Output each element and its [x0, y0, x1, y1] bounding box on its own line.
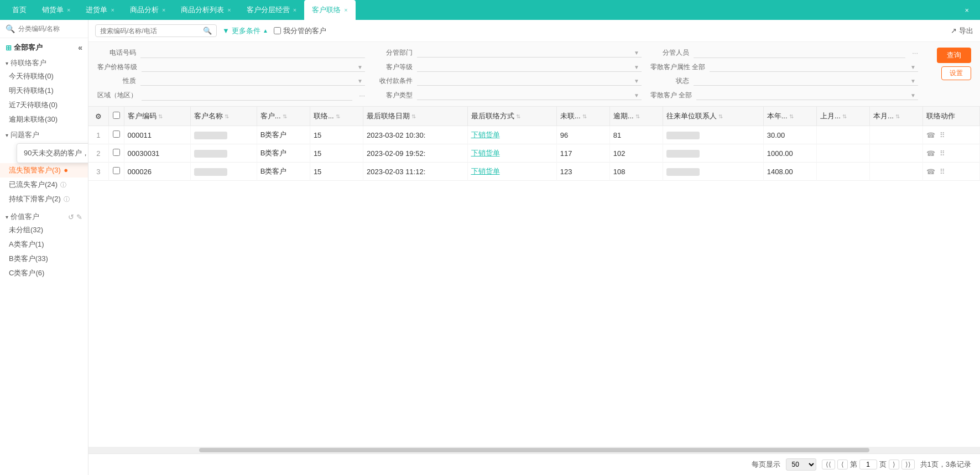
- row-checkbox-2[interactable]: [108, 144, 124, 163]
- group-problem-title[interactable]: ▾ 问题客户: [0, 127, 88, 141]
- tab-analysis-list[interactable]: 商品分析列表 ×: [173, 0, 238, 20]
- my-customers-label: 我分管的客户: [283, 26, 326, 36]
- more-conditions-button[interactable]: ▼ 更多条件 ▲: [222, 26, 268, 36]
- status-select[interactable]: ▼: [694, 77, 918, 86]
- next-page-button[interactable]: ⟩: [889, 460, 899, 469]
- sort-this-month-icon[interactable]: ⇅: [895, 113, 900, 119]
- select-all-checkbox[interactable]: [113, 112, 120, 119]
- my-customers-checkbox[interactable]: [274, 27, 281, 34]
- sidebar-item-today[interactable]: 今天待联络(0): [0, 69, 88, 83]
- a-class-label: A类客户(1): [9, 240, 44, 248]
- sort-contact-icon[interactable]: ⇅: [336, 113, 340, 119]
- phone-input[interactable]: [140, 48, 365, 58]
- sort-type-icon[interactable]: ⇅: [283, 113, 287, 119]
- query-button[interactable]: 查询: [937, 48, 971, 63]
- close-customer-segment-icon[interactable]: ×: [293, 7, 296, 13]
- customer-type-select[interactable]: ▼: [417, 91, 642, 100]
- sidebar-search-input[interactable]: [18, 25, 82, 33]
- group-problem-customers: ▾ 问题客户 90天未交易的客户，可能有流失风险。: [0, 127, 88, 141]
- page-label2: 页: [879, 460, 887, 469]
- tab-purchase[interactable]: 进货单 ×: [78, 0, 122, 20]
- sidebar-item-ungroup[interactable]: 未分组(32): [0, 223, 88, 237]
- horizontal-scrollbar[interactable]: [88, 447, 980, 453]
- sort-uncontacted-icon[interactable]: ⇅: [582, 113, 587, 119]
- tab-sales[interactable]: 销货单 ×: [34, 0, 78, 20]
- sidebar-item-declining[interactable]: 持续下滑客户(2) ⓘ: [0, 192, 88, 206]
- sort-overdue-icon[interactable]: ⇅: [635, 113, 640, 119]
- all-customers-header[interactable]: ⊞ 全部客户 «: [0, 38, 88, 55]
- scrollbar-thumb[interactable]: [199, 448, 869, 452]
- retail-customer-select[interactable]: ▼: [696, 91, 918, 100]
- first-page-button[interactable]: ⟨⟨: [822, 460, 835, 469]
- search-bar-icon[interactable]: 🔍: [203, 27, 212, 35]
- gear-column-header[interactable]: ⚙: [88, 107, 108, 126]
- last-page-button[interactable]: ⟩⟩: [901, 460, 915, 469]
- page-num-input[interactable]: [859, 460, 877, 469]
- sidebar-item-churned[interactable]: 已流失客户(24) ⓘ: [0, 178, 88, 192]
- sort-last-date-icon[interactable]: ⇅: [411, 113, 416, 119]
- manager-dots[interactable]: ···: [912, 49, 918, 57]
- row-last-method-2[interactable]: 下销货单: [467, 144, 556, 163]
- sidebar-item-c-class[interactable]: C类客户(6): [0, 266, 88, 280]
- sidebar-collapse-icon[interactable]: «: [78, 43, 82, 52]
- group-pending-contact[interactable]: ▾ 待联络客户: [0, 55, 88, 69]
- prev-page-button[interactable]: ⟨: [837, 460, 848, 469]
- row-checkbox-3[interactable]: [108, 163, 124, 181]
- sort-unit-contact-icon[interactable]: ⇅: [718, 113, 723, 119]
- row-last-method-1[interactable]: 下销货单: [467, 126, 556, 144]
- adv-filter-row-1: 电话号码 分管部门 ▼ 分管人员: [97, 48, 927, 58]
- payment-select[interactable]: ▼: [417, 77, 642, 86]
- tab-analysis[interactable]: 商品分析 ×: [122, 0, 173, 20]
- page-size-select[interactable]: 50 20 100: [786, 458, 816, 471]
- region-dots[interactable]: ···: [359, 91, 365, 100]
- sidebar-item-a-class[interactable]: A类客户(1): [0, 237, 88, 252]
- settings-button[interactable]: 设置: [941, 66, 971, 80]
- checkbox-column-header[interactable]: [108, 107, 124, 126]
- row-checkbox-1[interactable]: [108, 126, 124, 144]
- retail-attr-select[interactable]: ▼: [710, 63, 918, 72]
- contact-action-3[interactable]: ☎: [926, 168, 935, 176]
- sort-this-year-icon[interactable]: ⇅: [789, 113, 794, 119]
- contact-action-2[interactable]: ☎: [926, 149, 935, 158]
- customer-level-select[interactable]: ▼: [417, 63, 642, 72]
- close-sales-icon[interactable]: ×: [67, 7, 70, 13]
- sort-code-icon[interactable]: ⇅: [158, 113, 163, 119]
- contact-action-1[interactable]: ☎: [926, 131, 935, 139]
- search-input[interactable]: [100, 27, 200, 35]
- last-method-link-3[interactable]: 下销货单: [471, 167, 500, 175]
- filter-bar: 🔍 ▼ 更多条件 ▲ 我分管的客户 ↗ 导出: [88, 20, 980, 42]
- more-action-3[interactable]: ⠿: [940, 168, 945, 176]
- 7days-contact-label: 近7天待联络(0): [9, 101, 58, 109]
- price-level-select[interactable]: ▼: [142, 63, 365, 72]
- tab-customer-contact[interactable]: 客户联络 ×: [304, 0, 355, 20]
- sidebar-item-overdue[interactable]: 逾期未联络(30): [0, 112, 88, 127]
- manager-input[interactable]: [694, 48, 905, 58]
- my-customers-checkbox-wrap[interactable]: 我分管的客户: [274, 26, 326, 36]
- nature-select[interactable]: ▼: [140, 77, 365, 86]
- row-last-method-3[interactable]: 下销货单: [467, 163, 556, 181]
- last-method-link-1[interactable]: 下销货单: [471, 131, 500, 139]
- more-action-2[interactable]: ⠿: [940, 149, 945, 158]
- refresh-icon[interactable]: ↺: [68, 213, 74, 221]
- sidebar-item-7days[interactable]: 近7天待联络(0): [0, 98, 88, 112]
- more-action-1[interactable]: ⠿: [940, 131, 945, 139]
- close-analysis-icon[interactable]: ×: [162, 7, 165, 13]
- sort-last-method-icon[interactable]: ⇅: [516, 113, 520, 119]
- close-analysis-list-icon[interactable]: ×: [227, 7, 231, 13]
- close-purchase-icon[interactable]: ×: [111, 7, 114, 13]
- tab-customer-segment[interactable]: 客户分层经营 ×: [239, 0, 304, 20]
- sidebar-item-tomorrow[interactable]: 明天待联络(1): [0, 83, 88, 98]
- last-method-link-2[interactable]: 下销货单: [471, 149, 500, 157]
- region-input[interactable]: [142, 90, 352, 101]
- sort-last-month-icon[interactable]: ⇅: [842, 113, 847, 119]
- sort-name-icon[interactable]: ⇅: [225, 113, 229, 119]
- close-all-button[interactable]: ×: [958, 5, 976, 15]
- department-select[interactable]: ▼: [417, 49, 642, 58]
- edit-icon[interactable]: ✎: [76, 213, 82, 221]
- sidebar-item-churn-warning[interactable]: 流失预警客户(3) ●: [0, 163, 88, 178]
- sidebar-item-b-class[interactable]: B类客户(33): [0, 252, 88, 266]
- group-value-customers[interactable]: ▾ 价值客户 ↺ ✎: [0, 208, 88, 223]
- tab-home[interactable]: 首页: [4, 0, 34, 20]
- close-customer-contact-icon[interactable]: ×: [344, 7, 347, 13]
- export-button[interactable]: ↗ 导出: [951, 26, 973, 36]
